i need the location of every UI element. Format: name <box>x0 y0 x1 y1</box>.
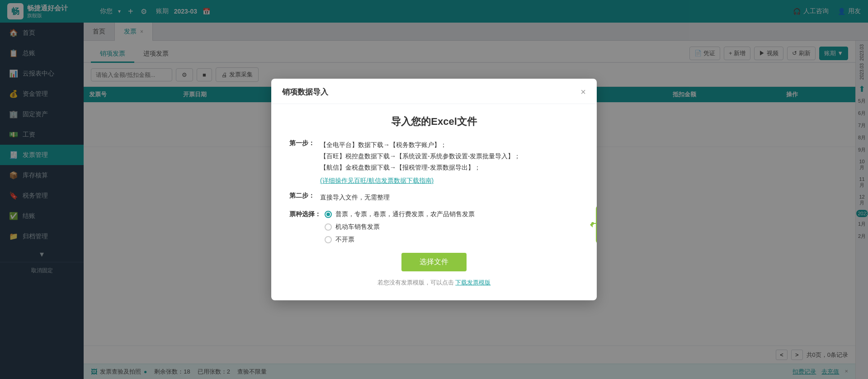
radio-circle-3 <box>325 236 332 243</box>
step2-label: 第二步： <box>289 192 316 203</box>
step2-row: 第二步： 直接导入文件，无需整理 <box>289 192 579 203</box>
modal-btn-row: 选择文件 <box>289 253 579 271</box>
modal-body: 导入您的Excel文件 第一步： 【全电平台】数据下载→【税务数字账户】； 【百… <box>271 104 597 301</box>
step1-label: 第一步： <box>289 139 316 187</box>
step1-row: 第一步： 【全电平台】数据下载→【税务数字账户】； 【百旺】税控盘数据下载→【系… <box>289 139 579 187</box>
footer-text: 若您没有发票模版，可以点击 <box>377 279 454 286</box>
select-file-button[interactable]: 选择文件 <box>401 253 467 271</box>
step1-line1: 【全电平台】数据下载→【税务数字账户】； <box>320 139 520 151</box>
download-template-link[interactable]: 下载发票模版 <box>455 279 491 286</box>
radio-group: 普票，专票，卷票，通行费发票，农产品销售发票 机动车销售发票 不开票 <box>325 210 475 244</box>
modal-close-button[interactable]: × <box>580 87 586 97</box>
step1-line2: 【百旺】税控盘数据下载→【系统设置-系统参数设置-发票批量导入】； <box>320 151 520 162</box>
step1-line3: 【航信】金税盘数据下载→【报税管理-发票数据导出】； <box>320 162 520 173</box>
modal-title: 销项数据导入 <box>282 87 328 97</box>
radio-circle-1 <box>325 211 332 218</box>
radio-option-3[interactable]: 不开票 <box>325 236 475 244</box>
modal-footer: 若您没有发票模版，可以点击 下载发票模版 <box>289 279 579 287</box>
modal-overlay[interactable]: 销项数据导入 × 导入您的Excel文件 第一步： 【全电平台】数据下载→【税务… <box>0 0 868 379</box>
ticket-label: 票种选择： <box>289 210 321 218</box>
radio-circle-2 <box>325 223 332 231</box>
radio-option-1[interactable]: 普票，专票，卷票，通行费发票，农产品销售发票 <box>325 210 475 218</box>
modal-header: 销项数据导入 × <box>271 79 597 104</box>
radio-option-2[interactable]: 机动车销售发票 <box>325 223 475 231</box>
step2-content: 直接导入文件，无需整理 <box>320 192 390 203</box>
step1-content: 【全电平台】数据下载→【税务数字账户】； 【百旺】税控盘数据下载→【系统设置-系… <box>320 139 520 187</box>
ticket-selection-row: 票种选择： 普票，专票，卷票，通行费发票，农产品销售发票 机动车销售发票 不开票 <box>289 210 579 244</box>
radio-label-1: 普票，专票，卷票，通行费发票，农产品销售发票 <box>335 210 475 218</box>
tooltip-bubble: × 现在支持的票种多了，导入发票时别忘了选择正确的发票类型呀！ <box>596 206 597 243</box>
modal-main-title: 导入您的Excel文件 <box>289 115 579 128</box>
radio-label-2: 机动车销售发票 <box>335 223 380 231</box>
import-modal: 销项数据导入 × 导入您的Excel文件 第一步： 【全电平台】数据下载→【税务… <box>271 79 597 301</box>
guide-link[interactable]: (详细操作见百旺/航信发票数据下载指南) <box>320 177 434 184</box>
radio-label-3: 不开票 <box>335 236 354 244</box>
